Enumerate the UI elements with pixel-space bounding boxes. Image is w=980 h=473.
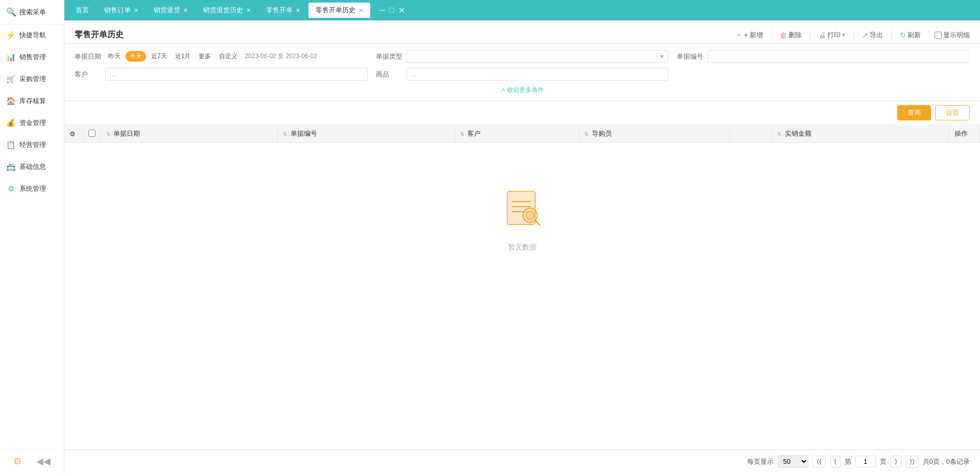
detail-checkbox-input[interactable] [935, 32, 942, 39]
export-button[interactable]: ↗ 导出 [859, 29, 886, 42]
goods-filter-group: 商品 ... [376, 68, 669, 81]
tab-sales-order[interactable]: 销售订单 ✕ [97, 3, 146, 18]
base-info-icon: 📇 [6, 162, 15, 171]
customer-filter-group: 客户 ... [75, 68, 368, 81]
refresh-button[interactable]: ↻ 刷新 [897, 29, 924, 42]
sidebar-item-label: 经营管理 [19, 140, 46, 150]
sort-salesperson-icon: ⇅ [584, 131, 588, 137]
delete-button[interactable]: 🗑 删除 [777, 29, 805, 42]
minimize-button[interactable]: ─ [379, 6, 385, 15]
search-icon: 🔍 [6, 7, 16, 17]
date-btn-1month[interactable]: 近1月 [172, 51, 194, 62]
date-btn-custom[interactable]: 自定义 [216, 51, 241, 62]
close-tab-sales-order-icon[interactable]: ✕ [134, 7, 138, 14]
th-customer[interactable]: ⇅ 客户 [455, 125, 579, 143]
sidebar-item-operations[interactable]: 📋 经营管理 [0, 134, 64, 156]
close-window-button[interactable]: ✕ [398, 6, 405, 15]
select-all-checkbox[interactable] [88, 130, 95, 137]
table-header: ⚙ ⇅ 单据日期 ⇅ 单据编号 ⇅ 客户 [64, 125, 980, 143]
tab-retail-open-history[interactable]: 零售开单历史 ✕ [308, 3, 370, 18]
page-number-input[interactable] [855, 456, 876, 467]
empty-illustration [497, 184, 548, 235]
page-header: 零售开单历史 ＋ + 新增 🗑 删除 🖨 打印 ▾ ↗ 导出 [64, 20, 980, 44]
sidebar-bottom: ⚙ ◀◀ [0, 449, 64, 473]
sidebar-item-label: 快捷导航 [19, 31, 46, 40]
date-btn-yesterday[interactable]: 昨天 [105, 51, 124, 62]
sidebar-item-purchase-mgmt[interactable]: 🛒 采购管理 [0, 68, 64, 90]
add-icon: ＋ [735, 31, 743, 40]
window-controls: ─ □ ✕ [371, 6, 405, 15]
sidebar-item-label: 库存核算 [19, 96, 46, 106]
close-tab-sales-return-history-icon[interactable]: ✕ [246, 7, 251, 14]
sidebar-item-inventory[interactable]: 🏠 库存核算 [0, 90, 64, 112]
filter-row-2: 客户 ... 商品 ... [75, 68, 970, 81]
sort-customer-icon: ⇅ [460, 131, 464, 137]
last-page-button[interactable]: ⟩⟩ [905, 456, 919, 467]
next-page-button[interactable]: ⟩ [891, 456, 901, 467]
refresh-icon: ↻ [900, 31, 906, 39]
print-button[interactable]: 🖨 打印 ▾ [816, 29, 848, 42]
tab-sales-return[interactable]: 销货退货 ✕ [147, 3, 195, 18]
inventory-icon: 🏠 [6, 96, 15, 106]
date-filter-group: 单据日期 昨天 今天 近7天 近1月 更多 自定义 2023-06-02 至 2… [75, 51, 368, 62]
close-tab-retail-open-icon[interactable]: ✕ [296, 7, 300, 14]
system-icon: ⚙ [6, 184, 15, 193]
sidebar-item-system[interactable]: ⚙ 系统管理 [0, 178, 64, 200]
operations-icon: 📋 [6, 140, 15, 150]
th-number[interactable]: ⇅ 单据编号 [278, 125, 455, 143]
per-page-select[interactable]: 50 [778, 455, 808, 468]
tab-sales-return-history[interactable]: 销货退货历史 ✕ [196, 3, 258, 18]
data-table: ⚙ ⇅ 单据日期 ⇅ 单据编号 ⇅ 客户 [64, 125, 980, 143]
filter-area: 单据日期 昨天 今天 近7天 近1月 更多 自定义 2023-06-02 至 2… [64, 44, 980, 101]
empty-text: 暂无数据 [508, 243, 537, 252]
number-input[interactable] [707, 50, 970, 63]
query-button[interactable]: 查询 [897, 105, 931, 120]
pagination-bar: 每页显示 50 ⟨⟨ ⟨ 第 页 ⟩ ⟩⟩ 共0页，0条记录 [64, 450, 980, 473]
goods-label: 商品 [376, 70, 402, 79]
restore-button[interactable]: □ [389, 6, 394, 15]
th-gear[interactable]: ⚙ [64, 125, 83, 143]
export-icon: ↗ [862, 31, 868, 39]
display-detail-checkbox[interactable]: 显示明细 [935, 31, 970, 40]
number-label: 单据编号 [677, 52, 703, 61]
sidebar-item-quick-nav[interactable]: ⚡ 快捷导航 [0, 24, 64, 46]
sidebar-item-base-info[interactable]: 📇 基础信息 [0, 156, 64, 178]
customer-input[interactable]: ... [105, 68, 368, 81]
first-page-button[interactable]: ⟨⟨ [812, 456, 826, 467]
print-dropdown-icon[interactable]: ▾ [842, 32, 845, 38]
tab-home[interactable]: 首页 [68, 3, 96, 18]
sidebar-collapse-icon[interactable]: ◀◀ [36, 456, 51, 467]
sort-date-icon: ⇅ [106, 131, 110, 137]
goods-input[interactable]: ... [407, 68, 669, 81]
divider-3 [853, 30, 854, 40]
sidebar-item-sales-mgmt[interactable]: 📊 销售管理 [0, 46, 64, 68]
tab-retail-open[interactable]: 零售开单 ✕ [259, 3, 307, 18]
close-tab-sales-return-icon[interactable]: ✕ [183, 7, 188, 14]
divider-5 [929, 30, 929, 40]
date-btn-7days[interactable]: 近7天 [148, 51, 170, 62]
date-btn-more[interactable]: 更多 [196, 51, 214, 62]
filter-settings-button[interactable]: 设置 [935, 105, 970, 120]
date-btn-today[interactable]: 今天 [126, 51, 146, 62]
th-date[interactable]: ⇅ 单据日期 [101, 125, 278, 143]
settings-gear-icon[interactable]: ⚙ [13, 456, 21, 467]
collapse-conditions-button[interactable]: ∧ 收起更多条件 [75, 86, 970, 94]
sidebar-item-finance[interactable]: 💰 资金管理 [0, 112, 64, 134]
empty-state: 暂无数据 [64, 143, 980, 272]
th-salesperson[interactable]: ⇅ 导购员 [579, 125, 730, 143]
close-tab-retail-open-history-icon[interactable]: ✕ [358, 7, 363, 14]
type-select[interactable]: ▾ [407, 50, 669, 63]
filter-row-1: 单据日期 昨天 今天 近7天 近1月 更多 自定义 2023-06-02 至 2… [75, 50, 970, 63]
sidebar-search[interactable]: 🔍 搜索采单 [0, 0, 64, 24]
sidebar-item-label: 销售管理 [19, 53, 46, 62]
th-amount[interactable]: ⇅ 实销金额 [772, 125, 949, 143]
sidebar-item-label: 系统管理 [19, 184, 46, 193]
sales-icon: 📊 [6, 53, 15, 62]
quick-nav-icon: ⚡ [6, 31, 15, 40]
sidebar-item-label: 资金管理 [19, 118, 46, 128]
th-checkbox[interactable] [83, 125, 101, 143]
prev-page-button[interactable]: ⟨ [830, 456, 841, 467]
svg-line-6 [535, 220, 540, 225]
total-info: 共0页，0条记录 [923, 457, 970, 466]
add-button[interactable]: ＋ + 新增 [732, 29, 766, 42]
